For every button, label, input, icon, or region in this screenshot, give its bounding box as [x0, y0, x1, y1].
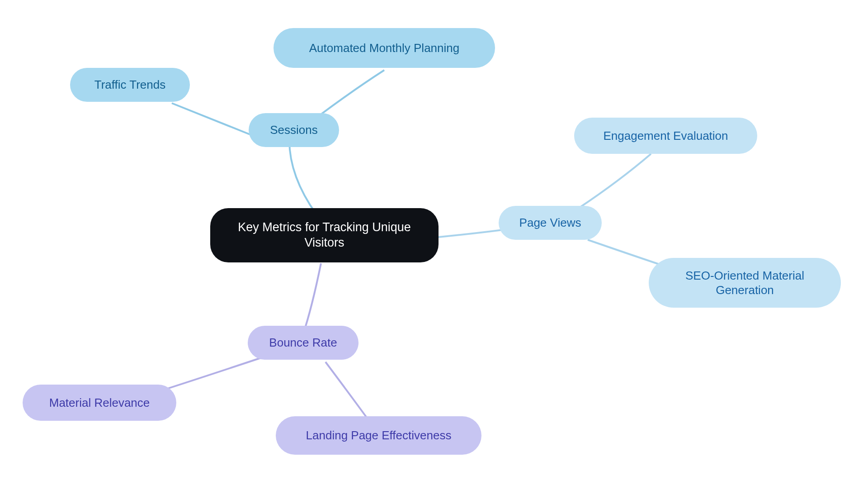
- node-landing-page-effectiveness-label: Landing Page Effectiveness: [306, 428, 452, 443]
- node-automated-monthly-planning[interactable]: Automated Monthly Planning: [274, 28, 495, 68]
- node-page-views[interactable]: Page Views: [499, 206, 602, 240]
- node-bounce-rate[interactable]: Bounce Rate: [248, 326, 359, 360]
- node-sessions-label: Sessions: [270, 123, 318, 138]
- node-traffic-trends-label: Traffic Trends: [94, 77, 166, 92]
- node-bounce-rate-label: Bounce Rate: [269, 335, 337, 350]
- root-node[interactable]: Key Metrics for Tracking Unique Visitors: [210, 208, 439, 262]
- node-material-relevance[interactable]: Material Relevance: [23, 385, 176, 421]
- node-engagement-evaluation-label: Engagement Evaluation: [603, 128, 728, 143]
- node-material-relevance-label: Material Relevance: [49, 395, 150, 410]
- mindmap-canvas: Key Metrics for Tracking Unique Visitors…: [0, 0, 868, 490]
- node-seo-material-generation[interactable]: SEO-Oriented Material Generation: [649, 258, 841, 308]
- node-traffic-trends[interactable]: Traffic Trends: [70, 68, 190, 102]
- root-label: Key Metrics for Tracking Unique Visitors: [228, 220, 420, 251]
- node-engagement-evaluation[interactable]: Engagement Evaluation: [574, 118, 757, 154]
- node-sessions[interactable]: Sessions: [249, 113, 339, 147]
- node-page-views-label: Page Views: [519, 215, 581, 230]
- node-landing-page-effectiveness[interactable]: Landing Page Effectiveness: [276, 416, 481, 455]
- node-seo-material-generation-label: SEO-Oriented Material Generation: [661, 268, 828, 298]
- node-automated-monthly-planning-label: Automated Monthly Planning: [309, 41, 459, 56]
